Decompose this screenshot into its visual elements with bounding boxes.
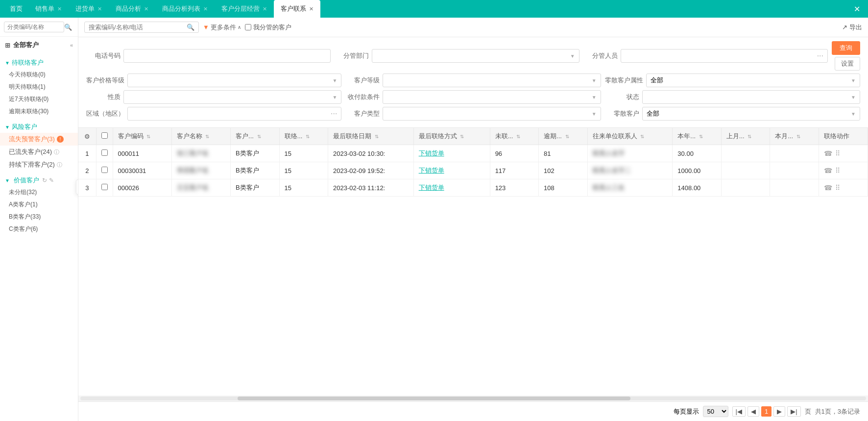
next-page-button[interactable]: ▶ xyxy=(773,406,785,417)
close-product-analysis-tab[interactable]: ✕ xyxy=(144,6,148,12)
action-more-icon-3[interactable]: ⠿ xyxy=(835,184,840,192)
more-icon[interactable]: ··· xyxy=(817,51,823,60)
sidebar-all-customers[interactable]: ⊞ 全部客户 « xyxy=(0,37,78,53)
price-grade-select[interactable]: ▼ xyxy=(127,74,341,87)
first-page-button[interactable]: |◀ xyxy=(732,406,746,417)
sidebar-item-class-a[interactable]: A类客户(1) xyxy=(0,198,78,211)
refresh-icon[interactable]: ↻ xyxy=(42,177,47,184)
filter-zero-customer: 零散客户 全部 ▼ xyxy=(605,107,860,121)
action-phone-icon-1[interactable]: ☎ xyxy=(824,149,832,157)
scrollbar-thumb[interactable] xyxy=(238,396,630,400)
area-more-icon[interactable]: ··· xyxy=(331,109,337,118)
method-link-2[interactable]: 下销货单 xyxy=(419,167,444,174)
action-more-icon-2[interactable]: ⠿ xyxy=(835,167,840,174)
grade-select[interactable]: ▼ xyxy=(383,74,601,87)
sidebar-search-input[interactable] xyxy=(4,22,64,32)
tab-product-analysis-list[interactable]: 商品分析列表 ✕ xyxy=(155,0,215,18)
col-last-date[interactable]: 最后联络日期 ⇅ xyxy=(328,128,413,145)
settings-button[interactable]: 设置 xyxy=(835,57,860,71)
current-page-button[interactable]: 1 xyxy=(761,406,772,417)
row-checkbox-1[interactable] xyxy=(96,145,113,162)
close-purchase-tab[interactable]: ✕ xyxy=(97,6,102,12)
col-not-contact[interactable]: 未联... ⇅ xyxy=(490,128,538,145)
zero-attr-select[interactable]: 全部 ▼ xyxy=(646,74,860,87)
action-phone-icon-3[interactable]: ☎ xyxy=(824,184,832,192)
row-last-month-2 xyxy=(721,162,770,179)
sidebar-item-tomorrow[interactable]: 明天待联络(1) xyxy=(0,81,78,93)
col-contact-person[interactable]: 往来单位联系人 ⇅ xyxy=(587,128,673,145)
phone-input[interactable] xyxy=(123,49,331,63)
dept-select[interactable]: ▼ xyxy=(372,49,579,63)
row-checkbox-3[interactable] xyxy=(96,179,113,197)
sort-icon-method: ⇅ xyxy=(460,134,464,139)
edit-icon[interactable]: ✎ xyxy=(49,177,54,184)
close-customer-contact-tab[interactable]: ✕ xyxy=(309,6,313,12)
my-customer-checkbox[interactable]: 我分管的客户 xyxy=(245,23,291,32)
method-link-3[interactable]: 下销货单 xyxy=(419,184,444,191)
last-page-button[interactable]: ▶| xyxy=(787,406,800,417)
row-checkbox-2[interactable] xyxy=(96,162,113,179)
person-select[interactable]: ··· xyxy=(621,49,828,63)
sidebar-item-churned[interactable]: 已流失客户(24) ⓘ xyxy=(0,146,78,158)
close-product-analysis-list-tab[interactable]: ✕ xyxy=(203,6,208,12)
sidebar-item-declining[interactable]: 持续下滑客户(2) ⓘ xyxy=(0,158,78,171)
sidebar-item-overdue[interactable]: 逾期未联络(30) xyxy=(0,105,78,118)
filter-row-2: 客户价格等级 ▼ 客户等级 ▼ 零散客户属性 全部 xyxy=(86,74,860,87)
tab-home[interactable]: 首页 xyxy=(4,4,28,13)
search-button[interactable]: 🔍 xyxy=(187,24,194,31)
horizontal-scrollbar[interactable] xyxy=(78,396,868,401)
col-last-month[interactable]: 上月... ⇅ xyxy=(721,128,770,145)
sidebar-group-risk-title[interactable]: ▼ 风险客户 xyxy=(0,120,78,133)
action-more-icon-1[interactable]: ⠿ xyxy=(835,149,840,157)
area-select[interactable]: ··· xyxy=(127,107,341,121)
export-button[interactable]: ↗ 导出 xyxy=(842,23,862,32)
tab-customer-layered[interactable]: 客户分层经营 ✕ xyxy=(215,0,274,18)
col-checkbox[interactable] xyxy=(96,128,113,145)
sidebar-item-class-b[interactable]: B类客户(33) xyxy=(0,211,78,223)
tab-bar: 首页 销售单 ✕ 进货单 ✕ 商品分析 ✕ 商品分析列表 ✕ 客户分层经营 ✕ … xyxy=(0,0,868,18)
close-customer-layered-tab[interactable]: ✕ xyxy=(263,6,267,12)
sidebar-collapse-btn[interactable]: « xyxy=(70,42,73,48)
select-all-checkbox[interactable] xyxy=(101,132,108,139)
tab-sales[interactable]: 销售单 ✕ xyxy=(28,0,69,18)
sidebar-item-churn-warning[interactable]: 流失预警客户(3) ! xyxy=(0,133,78,146)
search-input[interactable] xyxy=(89,24,187,31)
col-name[interactable]: 客户名称 ⇅ xyxy=(171,128,230,145)
sidebar-item-class-c[interactable]: C类客户(6) xyxy=(0,223,78,235)
col-settings[interactable]: ⚙ xyxy=(78,128,96,145)
tab-purchase[interactable]: 进货单 ✕ xyxy=(69,0,109,18)
window-close-button[interactable]: ✕ xyxy=(850,4,864,14)
sidebar-item-ungrouped[interactable]: 未分组(32) xyxy=(0,186,78,198)
col-last-method[interactable]: 最后联络方式 ⇅ xyxy=(413,128,490,145)
payment-arrow: ▼ xyxy=(592,95,597,100)
my-customer-check[interactable] xyxy=(245,24,251,30)
status-select[interactable]: ▼ xyxy=(642,90,860,104)
customer-type-select[interactable]: ▼ xyxy=(383,107,601,121)
filter-dept: 分管部门 ▼ xyxy=(335,49,579,63)
col-type[interactable]: 客户... ⇅ xyxy=(231,128,279,145)
close-sales-tab[interactable]: ✕ xyxy=(57,6,62,12)
col-contact[interactable]: 联络... ⇅ xyxy=(279,128,328,145)
nature-select[interactable]: ▼ xyxy=(123,90,341,104)
tab-customer-contact[interactable]: 客户联系 ✕ xyxy=(274,0,320,18)
row-name-3: 王五客户名 xyxy=(171,179,230,197)
row-type-2: B类客户 xyxy=(231,162,279,179)
payment-select[interactable]: ▼ xyxy=(383,90,601,104)
method-link-1[interactable]: 下销货单 xyxy=(419,149,444,157)
tab-product-analysis[interactable]: 商品分析 ✕ xyxy=(109,0,155,18)
col-this-year[interactable]: 本年... ⇅ xyxy=(673,128,721,145)
col-overdue[interactable]: 逾期... ⇅ xyxy=(539,128,587,145)
sidebar-group-value-title[interactable]: ▼ 价值客户 ↻ ✎ xyxy=(0,173,78,186)
zero-customer-select[interactable]: 全部 ▼ xyxy=(642,107,860,121)
sidebar-item-today[interactable]: 今天待联络(0) xyxy=(0,69,78,81)
sidebar-group-pending-title[interactable]: ▼ 待联络客户 xyxy=(0,55,78,69)
more-conditions-button[interactable]: ▼ 更多条件 ∧ xyxy=(203,23,241,32)
per-page-select[interactable]: 50 20 100 xyxy=(703,406,728,417)
query-button[interactable]: 查询 xyxy=(832,41,860,55)
col-code[interactable]: 客户编码 ⇅ xyxy=(113,128,171,145)
sidebar-item-7days[interactable]: 近7天待联络(0) xyxy=(0,93,78,105)
pending-arrow-icon: ▼ xyxy=(5,60,10,66)
prev-page-button[interactable]: ◀ xyxy=(747,406,759,417)
action-phone-icon-2[interactable]: ☎ xyxy=(824,167,832,174)
col-this-month[interactable]: 本月... ⇅ xyxy=(770,128,819,145)
